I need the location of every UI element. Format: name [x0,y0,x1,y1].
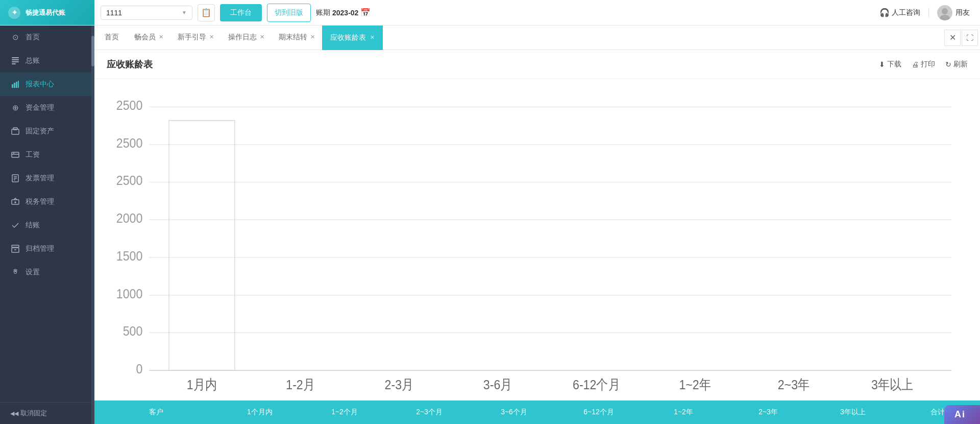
sidebar-item-tax[interactable]: 税务管理 [0,190,94,214]
avatar [937,5,952,20]
svg-rect-46 [267,171,333,370]
svg-rect-51 [761,202,827,370]
sidebar-item-funds[interactable]: ⊕ 资金管理 [0,96,94,120]
home-icon: ⊙ [10,32,20,42]
download-button[interactable]: ⬇ 下载 [879,60,901,69]
chart-svg: 2500 2500 2500 2000 1500 1000 500 0 [110,84,965,401]
svg-rect-7 [12,63,16,64]
workbench-button[interactable]: 工作台 [220,4,262,21]
print-button[interactable]: 🖨 打印 [912,60,935,69]
salary-icon [10,150,20,160]
col-client: 客户 [94,408,217,417]
page-title: 应收账龄表 [107,58,153,70]
tab-guide[interactable]: 新手引导 ✕ [170,26,221,50]
divider [928,8,929,18]
svg-rect-52 [860,229,925,370]
svg-rect-48 [465,171,531,370]
close-all-button[interactable]: ✕ [944,30,961,46]
cancel-fixed-button[interactable]: ◀◀ 取消固定 [0,402,94,424]
sidebar-item-label: 发票管理 [26,174,54,183]
reports-icon [10,79,20,89]
sidebar-item-label: 总账 [26,56,40,65]
sidebar-item-settings[interactable]: 设置 [0,261,94,284]
svg-rect-11 [18,81,19,88]
company-name: 1111 [106,9,182,17]
consult-button[interactable]: 🎧 人工咨询 [879,8,920,17]
left-arrow-icon: ◀◀ [10,410,18,417]
expand-icon: ⛶ [966,34,973,42]
tab-oplog[interactable]: 操作日志 ✕ [221,26,272,50]
svg-text:3-6月: 3-6月 [483,376,512,392]
sidebar-item-label: 工资 [26,150,40,159]
sidebar-item-label: 税务管理 [26,197,54,206]
switch-old-button[interactable]: 切到旧版 [267,4,311,22]
close-icon: ✕ [949,33,956,42]
ledger-icon [10,56,20,66]
svg-rect-13 [13,128,17,130]
logo-icon: ✦ [7,6,21,20]
tab-close-icon[interactable]: ✕ [159,34,163,40]
sidebar-item-archive[interactable]: 归档管理 [0,237,94,261]
tab-close-icon[interactable]: ✕ [310,34,315,40]
consult-label: 人工咨询 [892,8,920,17]
svg-text:6-12个月: 6-12个月 [573,376,620,392]
sidebar-item-label: 结账 [26,221,40,230]
archive-icon: 📋 [201,8,211,17]
svg-text:1月内: 1月内 [187,376,217,392]
user-name: 用友 [955,8,970,17]
col-1-2month: 1~2个月 [302,408,387,417]
calendar-icon[interactable]: 📅 [360,8,371,17]
sidebar-item-reports[interactable]: 报表中心 [0,73,94,96]
checkout-icon [10,220,20,230]
svg-rect-49 [564,108,629,370]
tab-close-icon[interactable]: ✕ [209,34,214,40]
sidebar-item-label: 资金管理 [26,103,54,112]
svg-text:3年以上: 3年以上 [871,376,914,392]
cancel-fixed-label: 取消固定 [20,409,47,418]
tab-close-icon[interactable]: ✕ [260,34,264,40]
sidebar-item-assets[interactable]: 固定资产 [0,120,94,143]
svg-point-3 [940,15,950,20]
download-label: 下载 [887,60,901,69]
logo-area: ✦ 畅捷通易代账 [0,0,94,25]
col-3year-plus: 3年以上 [811,408,895,417]
tab-close-active-icon[interactable]: ✕ [370,34,375,41]
logo-text: 畅捷通易代账 [26,8,65,17]
sidebar-item-invoice[interactable]: 发票管理 [0,167,94,190]
archive-button[interactable]: 📋 [198,4,215,21]
download-icon: ⬇ [879,60,885,68]
dropdown-chevron-icon: ▼ [182,10,187,15]
svg-text:500: 500 [123,323,143,339]
tab-period-close[interactable]: 期末结转 ✕ [272,26,322,50]
svg-rect-24 [12,245,19,247]
content-area: 首页 畅会员 ✕ 新手引导 ✕ 操作日志 ✕ 期末结转 ✕ [94,26,980,424]
svg-text:0: 0 [136,361,143,376]
tab-home[interactable]: 首页 [96,26,127,50]
svg-rect-9 [14,83,15,88]
print-icon: 🖨 [912,60,919,68]
refresh-button[interactable]: ↻ 刷新 [945,60,968,69]
ai-badge[interactable]: Ai [944,405,980,424]
sidebar-item-label: 首页 [26,33,40,42]
sidebar-item-ledger[interactable]: 总账 [0,49,94,73]
company-selector[interactable]: 1111 ▼ [101,6,192,20]
col-6-12month: 6~12个月 [556,408,641,417]
user-area[interactable]: 用友 [937,5,970,20]
svg-text:2-3月: 2-3月 [385,376,414,392]
svg-rect-47 [366,171,432,370]
col-3-6month: 3~6个月 [472,408,556,417]
svg-rect-5 [12,59,19,60]
sidebar-item-salary[interactable]: 工资 [0,143,94,167]
sidebar-item-label: 报表中心 [26,80,54,89]
sidebar-item-home[interactable]: ⊙ 首页 [0,26,94,49]
sidebar-item-label: 固定资产 [26,127,54,136]
page-actions: ⬇ 下载 🖨 打印 ↻ 刷新 [879,60,968,69]
svg-text:2000: 2000 [116,210,143,226]
tab-member[interactable]: 畅会员 ✕ [127,26,170,50]
tab-ar-aging[interactable]: 应收账龄表 ✕ [322,26,383,50]
invoice-icon [10,173,20,183]
sidebar-item-checkout[interactable]: 结账 [0,214,94,237]
sidebar-item-label: 设置 [26,268,40,277]
svg-text:2~3年: 2~3年 [778,376,810,392]
expand-button[interactable]: ⛶ [962,30,978,46]
